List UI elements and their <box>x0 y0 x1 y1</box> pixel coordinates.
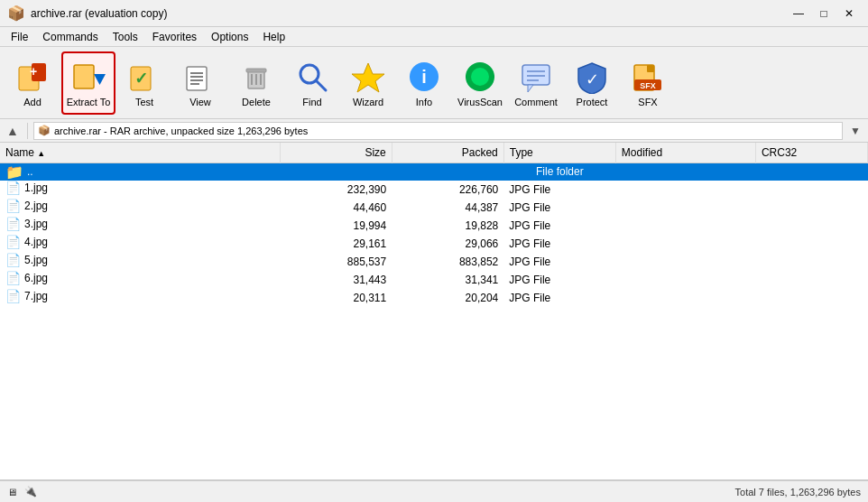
table-row[interactable]: 📄2.jpg44,46044,387JPG File <box>0 199 868 217</box>
maximize-button[interactable]: □ <box>812 5 836 23</box>
table-row[interactable]: 📄3.jpg19,99419,828JPG File <box>0 217 868 235</box>
file-icon: 📄 <box>5 289 21 303</box>
table-row[interactable]: 📄1.jpg232,390226,760JPG File <box>0 181 868 199</box>
toolbar-btn-view[interactable]: View <box>173 51 227 115</box>
table-row[interactable]: 📄6.jpg31,44331,341JPG File <box>0 271 868 289</box>
cell-modified <box>615 235 755 253</box>
cell-name: 📄1.jpg <box>0 181 280 195</box>
toolbar: +AddExtract To✓TestViewDeleteFindWizardi… <box>0 47 868 119</box>
separator <box>27 123 28 139</box>
col-crc32[interactable]: CRC32 <box>755 143 867 163</box>
protect-icon: ✓ <box>574 59 610 95</box>
sfx-icon: SFX <box>630 59 666 95</box>
toolbar-btn-sfx[interactable]: SFXSFX <box>621 51 675 115</box>
table-row[interactable]: 📁..File folder <box>0 163 868 181</box>
toolbar-btn-add[interactable]: +Add <box>5 51 60 115</box>
cell-crc32 <box>755 253 867 271</box>
col-size[interactable]: Size <box>280 143 392 163</box>
minimize-button[interactable]: — <box>787 5 810 23</box>
status-left: 🖥 🔌 <box>7 486 37 497</box>
cell-type: JPG File <box>503 217 615 235</box>
cell-size: 29,161 <box>280 235 392 253</box>
toolbar-label-view: View <box>189 97 211 107</box>
info-icon: i <box>406 59 442 95</box>
file-icon: 📄 <box>5 253 21 267</box>
toolbar-label-wizard: Wizard <box>353 97 383 107</box>
menu-item-file[interactable]: File <box>4 27 35 46</box>
file-table-body: 📁..File folder📄1.jpg232,390226,760JPG Fi… <box>0 163 868 307</box>
cell-size: 232,390 <box>280 181 392 199</box>
status-text: Total 7 files, 1,263,296 bytes <box>735 487 861 497</box>
file-icon: 📄 <box>5 181 21 195</box>
toolbar-btn-virusscan[interactable]: VirusScan <box>453 51 507 115</box>
col-name[interactable]: Name ▲ <box>0 143 280 163</box>
window-title: archive.rar (evaluation copy) <box>31 7 787 20</box>
svg-rect-35 <box>647 65 654 72</box>
toolbar-btn-comment[interactable]: Comment <box>509 51 563 115</box>
toolbar-label-delete: Delete <box>242 97 271 107</box>
cell-size: 20,311 <box>280 289 392 307</box>
file-name: 5.jpg <box>24 254 48 266</box>
cell-name: 📄6.jpg <box>0 271 280 285</box>
window-controls: — □ ✕ <box>787 5 861 23</box>
file-name: 4.jpg <box>24 236 48 248</box>
address-bar: ▲ 📦 archive.rar - RAR archive, unpacked … <box>0 119 868 143</box>
toolbar-btn-test[interactable]: ✓Test <box>117 51 171 115</box>
file-icon: 📄 <box>5 271 21 285</box>
expand-button[interactable]: ▼ <box>846 122 864 140</box>
toolbar-btn-find[interactable]: Find <box>285 51 339 115</box>
svg-text:SFX: SFX <box>640 81 656 90</box>
path-text: archive.rar - RAR archive, unpacked size… <box>54 126 308 136</box>
cell-name: 📄5.jpg <box>0 253 280 267</box>
add-icon: + <box>14 59 51 95</box>
svg-line-18 <box>316 80 326 90</box>
file-name: 3.jpg <box>24 218 48 230</box>
toolbar-label-comment: Comment <box>514 97 558 107</box>
close-button[interactable]: ✕ <box>837 5 861 23</box>
cell-type: JPG File <box>503 289 615 307</box>
find-icon <box>294 59 330 95</box>
comment-icon <box>518 59 554 95</box>
toolbar-btn-protect[interactable]: ✓Protect <box>565 51 619 115</box>
rar-icon: 📦 <box>38 125 51 136</box>
menu-bar: FileCommandsToolsFavoritesOptionsHelp <box>0 27 868 47</box>
cell-crc32 <box>755 199 867 217</box>
menu-item-favorites[interactable]: Favorites <box>145 27 204 46</box>
menu-item-options[interactable]: Options <box>204 27 255 46</box>
toolbar-btn-delete[interactable]: Delete <box>229 51 283 115</box>
table-row[interactable]: 📄5.jpg885,537883,852JPG File <box>0 253 868 271</box>
cell-name: 📄3.jpg <box>0 217 280 231</box>
cell-packed <box>392 163 503 181</box>
status-icon-monitor: 🖥 <box>7 487 17 497</box>
col-modified[interactable]: Modified <box>615 143 755 163</box>
cell-modified <box>615 217 755 235</box>
cell-modified <box>615 163 755 181</box>
menu-item-help[interactable]: Help <box>255 27 292 46</box>
cell-type: JPG File <box>503 253 615 271</box>
cell-size: 44,460 <box>280 199 392 217</box>
cell-name: 📄7.jpg <box>0 289 280 303</box>
menu-item-tools[interactable]: Tools <box>106 27 145 46</box>
cell-crc32 <box>755 163 867 181</box>
cell-size: 19,994 <box>280 217 392 235</box>
app-icon: 📦 <box>7 5 25 22</box>
toolbar-btn-extract-to[interactable]: Extract To <box>61 51 115 115</box>
toolbar-btn-wizard[interactable]: Wizard <box>341 51 395 115</box>
col-packed[interactable]: Packed <box>392 143 503 163</box>
cell-type: JPG File <box>503 181 615 199</box>
cell-size <box>280 163 392 181</box>
nav-up-button[interactable]: ▲ <box>4 122 22 140</box>
toolbar-label-protect: Protect <box>577 97 608 107</box>
table-row[interactable]: 📄4.jpg29,16129,066JPG File <box>0 235 868 253</box>
svg-rect-7 <box>187 67 207 90</box>
cell-packed: 44,387 <box>392 199 503 217</box>
table-header-row: Name ▲ Size Packed Type Modified CRC32 <box>0 143 868 163</box>
col-type[interactable]: Type <box>503 143 615 163</box>
cell-packed: 19,828 <box>392 217 503 235</box>
table-row[interactable]: 📄7.jpg20,31120,204JPG File <box>0 289 868 307</box>
menu-item-commands[interactable]: Commands <box>35 27 105 46</box>
cell-crc32 <box>755 271 867 289</box>
toolbar-btn-info[interactable]: iInfo <box>397 51 451 115</box>
cell-crc32 <box>755 181 867 199</box>
toolbar-label-virusscan: VirusScan <box>457 97 503 107</box>
